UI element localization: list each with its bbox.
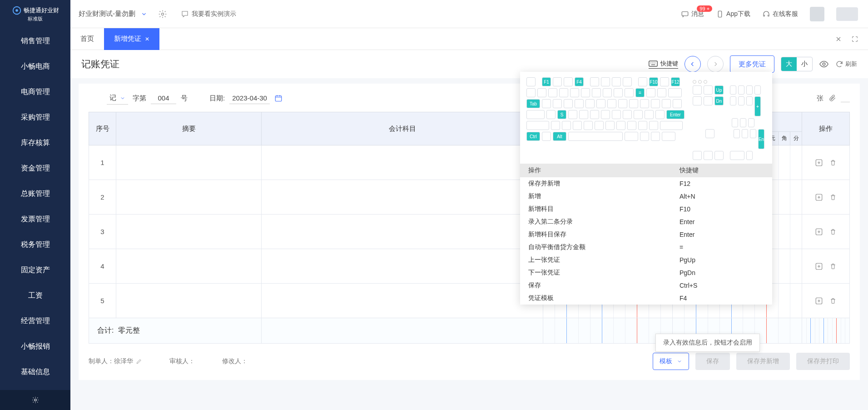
auditor-label: 审核人：: [169, 357, 195, 365]
hao-label: 号: [181, 94, 188, 103]
add-row-icon[interactable]: [815, 228, 823, 236]
next-voucher-button[interactable]: [707, 56, 724, 72]
summary-cell[interactable]: [116, 249, 262, 284]
add-row-icon[interactable]: [815, 262, 823, 270]
voucher-type-select[interactable]: 记: [107, 92, 128, 105]
shortcut-op: 下一张凭证: [520, 266, 671, 279]
size-large[interactable]: 大: [781, 57, 797, 71]
sidebar-item-0[interactable]: 销售管理: [0, 28, 70, 54]
demo-link[interactable]: 我要看实例演示: [181, 10, 236, 18]
sidebar-item-12[interactable]: 小畅报销: [0, 334, 70, 359]
shortcut-row: 保存并新增F12: [520, 177, 772, 190]
summary-cell[interactable]: [116, 284, 262, 318]
summary-cell[interactable]: [116, 180, 262, 215]
shortcut-row: 新增科目保存Enter: [520, 228, 772, 241]
shortcut-op: 上一张凭证: [520, 254, 671, 266]
delete-row-icon[interactable]: [829, 159, 837, 167]
delete-row-icon[interactable]: [829, 262, 837, 270]
attachment-icon[interactable]: [828, 94, 836, 102]
user-avatar-1[interactable]: [810, 7, 824, 21]
shortcut-key: Alt+N: [671, 190, 772, 203]
account-cell[interactable]: [262, 249, 543, 284]
headset-icon: [762, 10, 770, 18]
shortcut-link[interactable]: 快捷键: [649, 60, 678, 69]
prev-voucher-button[interactable]: [684, 56, 701, 72]
customer-service-button[interactable]: 在线客服: [762, 10, 798, 18]
size-toggle[interactable]: 大 小: [781, 57, 813, 71]
row-ops: [802, 249, 850, 284]
delete-row-icon[interactable]: [829, 228, 837, 236]
tab-home-label: 首页: [80, 35, 94, 43]
more-vouchers-button[interactable]: 更多凭证: [730, 55, 774, 73]
voucher-number-input[interactable]: 004: [151, 92, 176, 104]
account-cell[interactable]: [262, 284, 543, 318]
col-summary: 摘要: [116, 112, 261, 145]
refresh-button[interactable]: 刷新: [835, 60, 857, 68]
unit-label: 分: [790, 132, 802, 145]
total-text: 零元整: [114, 326, 140, 334]
add-row-icon[interactable]: [815, 193, 823, 201]
messages-button[interactable]: 消息 99 +: [681, 10, 704, 18]
sidebar-item-7[interactable]: 发票管理: [0, 206, 70, 232]
shortcut-key: F10: [671, 203, 772, 215]
phone-icon: [716, 10, 724, 18]
shortcut-key: PgDn: [671, 266, 772, 279]
chevron-down-icon: [120, 95, 125, 101]
sidebar-item-3[interactable]: 采购管理: [0, 105, 70, 130]
logo-icon: [12, 5, 22, 15]
shortcut-panel: F1F4 F10F12 = Tab SEnter CtrlAlt: [520, 72, 772, 305]
edit-icon[interactable]: [136, 358, 142, 365]
template-label: 模板: [660, 357, 672, 365]
sidebar-item-9[interactable]: 固定资产: [0, 257, 70, 283]
sidebar-item-2[interactable]: 电商管理: [0, 79, 70, 105]
tab-fullscreen[interactable]: [850, 34, 860, 44]
col-op: 操作: [802, 112, 849, 145]
sidebar-item-6[interactable]: 总账管理: [0, 181, 70, 206]
brand-text: 畅捷通好业财: [24, 6, 59, 15]
add-row-icon[interactable]: [815, 159, 823, 167]
row-number: 1: [89, 145, 116, 180]
tab-close-all[interactable]: [833, 34, 843, 44]
sidebar-item-4[interactable]: 库存核算: [0, 130, 70, 155]
shortcut-op: 凭证模板: [520, 292, 671, 305]
tab-new-voucher[interactable]: 新增凭证 ✕: [104, 28, 159, 50]
gear-icon: [31, 396, 40, 404]
user-avatar-2[interactable]: [836, 7, 858, 21]
shortcut-row: 上一张凭证PgUp: [520, 254, 772, 266]
calendar-icon[interactable]: [274, 94, 283, 102]
shortcut-row: 下一张凭证PgDn: [520, 266, 772, 279]
tab-close-icon[interactable]: ✕: [145, 36, 149, 42]
tab-home[interactable]: 首页: [70, 28, 104, 50]
app-download-label: App下载: [726, 10, 750, 18]
add-row-icon[interactable]: [815, 297, 823, 305]
shortcut-op: 保存并新增: [520, 177, 671, 190]
unit-label: 角: [778, 132, 790, 145]
sidebar-item-5[interactable]: 资金管理: [0, 155, 70, 181]
account-cell[interactable]: [262, 145, 543, 180]
template-button[interactable]: 模板: [653, 353, 689, 370]
voucher-date-input[interactable]: 2023-04-30: [229, 92, 270, 104]
row-number: 2: [89, 180, 116, 215]
account-cell[interactable]: [262, 180, 543, 215]
sidebar-item-8[interactable]: 税务管理: [0, 232, 70, 257]
sidebar-item-13[interactable]: 基础信息: [0, 359, 70, 385]
sidebar-item-1[interactable]: 小畅电商: [0, 54, 70, 79]
summary-cell[interactable]: [116, 215, 262, 249]
app-download-button[interactable]: App下载: [716, 10, 750, 18]
org-selector[interactable]: 好业财测试-量勿删: [79, 10, 147, 18]
sidebar-item-11[interactable]: 经营管理: [0, 308, 70, 334]
size-small[interactable]: 小: [797, 57, 812, 71]
chevron-down-icon: [141, 11, 147, 17]
shortcut-row: 保存Ctrl+S: [520, 279, 772, 292]
summary-cell[interactable]: [116, 145, 262, 180]
shortcut-label: 快捷键: [660, 60, 678, 68]
sidebar-settings[interactable]: [0, 390, 70, 410]
sidebar-item-10[interactable]: 工资: [0, 283, 70, 308]
preview-button[interactable]: [819, 59, 829, 69]
delete-row-icon[interactable]: [829, 193, 837, 201]
chevron-down-icon: [677, 359, 682, 364]
delete-row-icon[interactable]: [829, 297, 837, 305]
settings-gear[interactable]: [158, 10, 167, 19]
attachment-count[interactable]: [841, 94, 850, 102]
account-cell[interactable]: [262, 215, 543, 249]
